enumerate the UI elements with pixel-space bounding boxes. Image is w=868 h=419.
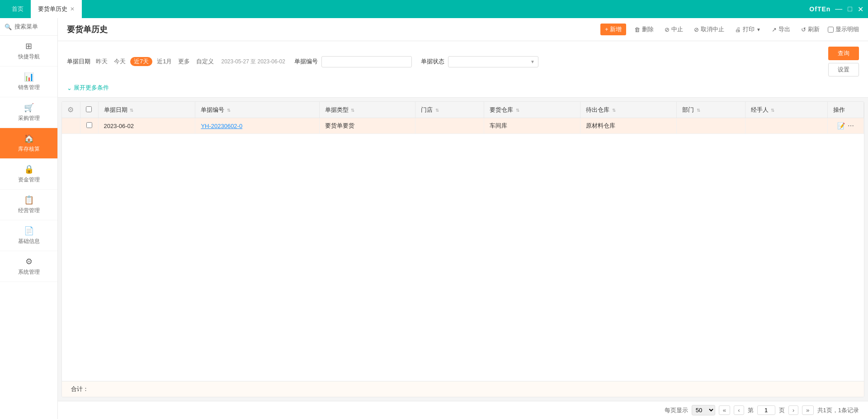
row-date-value: 2023-06-02 bbox=[104, 123, 134, 129]
sidebar-item-sales[interactable]: 📊 销售管理 bbox=[0, 67, 57, 97]
expand-icon: ⌄ bbox=[67, 85, 72, 91]
show-detail-checkbox[interactable]: 显示明细 bbox=[828, 25, 859, 33]
col-handler-label: 经手人 bbox=[751, 106, 769, 113]
tab-bill-history[interactable]: 要货单历史 ✕ bbox=[31, 0, 82, 18]
finance-icon: 🔒 bbox=[24, 164, 34, 174]
more-icon[interactable]: ⋯ bbox=[848, 122, 854, 129]
shortcut-today[interactable]: 今天 bbox=[112, 57, 127, 66]
page-input[interactable] bbox=[757, 405, 775, 415]
type-sort-icon[interactable]: ⇅ bbox=[351, 108, 354, 113]
sidebar-item-basic[interactable]: 📄 基础信息 bbox=[0, 220, 57, 251]
department-sort-icon[interactable]: ⇅ bbox=[697, 108, 700, 113]
first-page-btn[interactable]: « bbox=[719, 405, 730, 415]
prev-page-btn[interactable]: ‹ bbox=[734, 405, 744, 415]
row-req-warehouse-value: 车间库 bbox=[490, 122, 507, 129]
row-store bbox=[415, 118, 484, 134]
per-page-select[interactable]: 10 20 50 100 bbox=[692, 405, 715, 415]
col-operation-label: 操作 bbox=[833, 106, 845, 113]
sidebar-item-label: 采购管理 bbox=[18, 114, 40, 122]
date-range-text: 2023-05-27 至 2023-06-02 bbox=[221, 58, 285, 66]
table-row: 2023-06-02 YH-20230602-0 要货单要货 bbox=[62, 118, 864, 134]
edit-icon[interactable]: 📝 bbox=[837, 122, 845, 129]
inventory-icon: 🏠 bbox=[24, 133, 34, 143]
row-department bbox=[676, 118, 745, 134]
filter-row-1: 单据日期 昨天 今天 近7天 近1月 更多 自定义 2023-05-27 至 2… bbox=[67, 47, 859, 76]
req-warehouse-sort-icon[interactable]: ⇅ bbox=[516, 108, 519, 113]
bill-no-input[interactable] bbox=[321, 56, 412, 67]
print-button[interactable]: 🖨 打印 ▼ bbox=[732, 24, 764, 35]
data-table-wrapper: ⚙ 单据日期 ⇅ 单据编号 ⇅ bbox=[61, 101, 864, 397]
row-type: 要货单要货 bbox=[319, 118, 415, 134]
col-pending-warehouse-label: 待出仓库 bbox=[586, 106, 609, 113]
filter-settings-button[interactable]: 设置 bbox=[828, 63, 859, 76]
sidebar-item-purchase[interactable]: 🛒 采购管理 bbox=[0, 97, 57, 128]
minimize-icon[interactable]: — bbox=[835, 5, 842, 13]
row-pending-warehouse-value: 原材料仓库 bbox=[586, 122, 615, 129]
cancel-stop-button[interactable]: ⊘ 取消中止 bbox=[691, 24, 727, 35]
status-filter-group: 单据状态 bbox=[421, 56, 538, 67]
export-button[interactable]: ↗ 导出 bbox=[769, 24, 793, 35]
pending-warehouse-sort-icon[interactable]: ⇅ bbox=[612, 108, 616, 113]
print-icon: 🖨 bbox=[735, 26, 741, 33]
row-pending-warehouse: 原材料仓库 bbox=[580, 118, 677, 134]
delete-button[interactable]: 🗑 删除 bbox=[632, 24, 656, 35]
sidebar-item-quick-nav[interactable]: ⊞ 快捷导航 bbox=[0, 36, 57, 67]
sidebar-search[interactable]: 🔍 搜索菜单 bbox=[0, 18, 57, 36]
handler-sort-icon[interactable]: ⇅ bbox=[771, 108, 774, 113]
row-settings bbox=[62, 118, 80, 134]
shortcut-custom[interactable]: 自定义 bbox=[194, 57, 216, 66]
page-of-label: 页 bbox=[779, 406, 785, 414]
window-controls: — □ ✕ bbox=[835, 5, 863, 14]
row-type-value: 要货单要货 bbox=[325, 122, 354, 129]
row-req-warehouse: 车间库 bbox=[484, 118, 580, 134]
sidebar-item-finance[interactable]: 🔒 资金管理 bbox=[0, 159, 57, 190]
tab-close-icon[interactable]: ✕ bbox=[70, 6, 75, 12]
show-detail-check[interactable] bbox=[828, 27, 834, 33]
expand-label: 展开更多条件 bbox=[74, 84, 109, 92]
bill-no-filter-group: 单据编号 bbox=[294, 56, 412, 67]
bill-no-label: 单据编号 bbox=[294, 57, 318, 66]
status-select[interactable] bbox=[448, 56, 538, 67]
show-detail-label: 显示明细 bbox=[835, 25, 859, 33]
sidebar-item-system[interactable]: ⚙ 系统管理 bbox=[0, 251, 57, 282]
last-page-btn[interactable]: » bbox=[802, 405, 813, 415]
refresh-button[interactable]: ↺ 刷新 bbox=[798, 24, 822, 35]
tab-bill-history-label: 要货单历史 bbox=[38, 5, 67, 13]
export-label: 导出 bbox=[778, 25, 790, 33]
export-icon: ↗ bbox=[772, 26, 777, 33]
stop-button[interactable]: ⊘ 中止 bbox=[662, 24, 686, 35]
shortcut-more[interactable]: 更多 bbox=[176, 57, 192, 66]
date-filter-group: 单据日期 昨天 今天 近7天 近1月 更多 自定义 2023-05-27 至 2… bbox=[67, 57, 285, 66]
row-no[interactable]: YH-20230602-0 bbox=[195, 118, 319, 134]
sales-icon: 📊 bbox=[24, 72, 34, 82]
store-sort-icon[interactable]: ⇅ bbox=[435, 108, 439, 113]
close-icon[interactable]: ✕ bbox=[858, 5, 863, 14]
no-sort-icon[interactable]: ⇅ bbox=[227, 108, 231, 113]
expand-more-btn[interactable]: ⌄ 展开更多条件 bbox=[67, 84, 109, 92]
date-sort-icon[interactable]: ⇅ bbox=[130, 108, 133, 113]
filter-actions: 查询 设置 bbox=[828, 47, 859, 76]
maximize-icon[interactable]: □ bbox=[848, 5, 852, 13]
new-button[interactable]: + 新增 bbox=[600, 24, 626, 35]
date-filter-label: 单据日期 bbox=[67, 57, 90, 66]
tab-bar: 首页 要货单历史 ✕ bbox=[5, 0, 407, 18]
row-date: 2023-06-02 bbox=[98, 118, 195, 134]
row-no-value: YH-20230602-0 bbox=[201, 123, 242, 129]
sidebar-item-inventory[interactable]: 🏠 库存核算 bbox=[0, 128, 57, 159]
tab-home[interactable]: 首页 bbox=[5, 0, 31, 18]
shortcut-1month[interactable]: 近1月 bbox=[155, 57, 174, 66]
query-button[interactable]: 查询 bbox=[828, 47, 859, 60]
row-checkbox[interactable] bbox=[86, 122, 92, 128]
sidebar-item-operations[interactable]: 📋 经营管理 bbox=[0, 190, 57, 220]
next-page-btn[interactable]: › bbox=[788, 405, 798, 415]
col-no-label: 单据编号 bbox=[201, 106, 224, 113]
row-checkbox-cell bbox=[80, 118, 98, 134]
select-all-checkbox[interactable] bbox=[86, 106, 92, 112]
refresh-icon: ↺ bbox=[801, 26, 806, 33]
shortcut-7days[interactable]: 近7天 bbox=[130, 57, 152, 66]
top-bar: 首页 要货单历史 ✕ OfTEn — □ ✕ bbox=[0, 0, 868, 18]
shortcut-yesterday[interactable]: 昨天 bbox=[94, 57, 109, 66]
column-settings-icon[interactable]: ⚙ bbox=[67, 106, 74, 114]
sidebar-item-label: 资金管理 bbox=[18, 176, 40, 184]
refresh-label: 刷新 bbox=[808, 25, 820, 33]
